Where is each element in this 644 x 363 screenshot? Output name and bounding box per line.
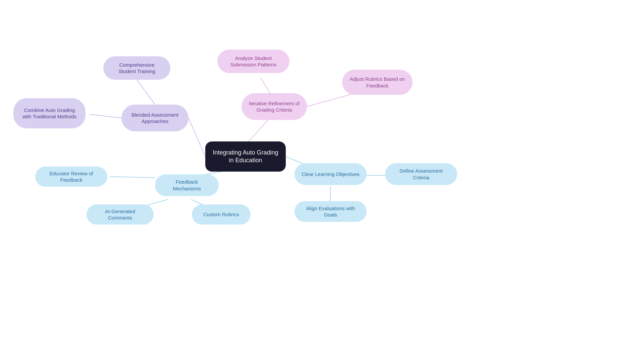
feedback-label: Feedback Mechanisms (162, 179, 212, 192)
analyze-label: Analyze Student Submission Patterns (224, 55, 283, 68)
analyze-patterns-node: Analyze Student Submission Patterns (217, 50, 289, 73)
svg-line-2 (90, 114, 121, 118)
blended-assessment-node: Blended Assessment Approaches (121, 105, 189, 131)
custom-rubrics-node: Custom Rubrics (192, 204, 251, 225)
clear-objectives-node: Clear Learning Objectives (294, 163, 367, 185)
custom-label: Custom Rubrics (203, 211, 239, 218)
blended-label: Blended Assessment Approaches (128, 112, 182, 125)
clear-label: Clear Learning Objectives (302, 171, 360, 178)
align-label: Align Evaluations with Goals (301, 205, 360, 218)
educator-review-node: Educator Review of Feedback (35, 167, 107, 187)
center-label: Integrating Auto Grading in Education (212, 149, 279, 165)
ai-comments-node: AI-Generated Comments (87, 204, 154, 225)
svg-line-0 (189, 118, 205, 157)
ai-label: AI-Generated Comments (93, 208, 147, 221)
comprehensive-label: Comprehensive Student Training (110, 62, 164, 75)
svg-line-7 (110, 177, 155, 178)
adjust-label: Adjust Rubrics Based on Feedback (349, 76, 406, 89)
svg-line-5 (307, 94, 352, 107)
define-criteria-node: Define Assessment Criteria (385, 163, 457, 185)
center-node: Integrating Auto Grading in Education (205, 141, 286, 172)
iterative-label: Iterative Refinement of Grading Criteria (248, 100, 300, 113)
iterative-refinement-node: Iterative Refinement of Grading Criteria (241, 93, 307, 120)
combine-label: Combine Auto Grading with Traditional Me… (20, 107, 79, 120)
feedback-mechanisms-node: Feedback Mechanisms (155, 174, 219, 196)
comprehensive-training-node: Comprehensive Student Training (103, 56, 170, 80)
align-evaluations-node: Align Evaluations with Goals (294, 201, 367, 222)
combine-grading-node: Combine Auto Grading with Traditional Me… (13, 98, 86, 128)
adjust-rubrics-node: Adjust Rubrics Based on Feedback (342, 70, 413, 95)
educator-label: Educator Review of Feedback (42, 170, 101, 183)
define-label: Define Assessment Criteria (392, 168, 450, 181)
svg-line-1 (137, 80, 155, 105)
